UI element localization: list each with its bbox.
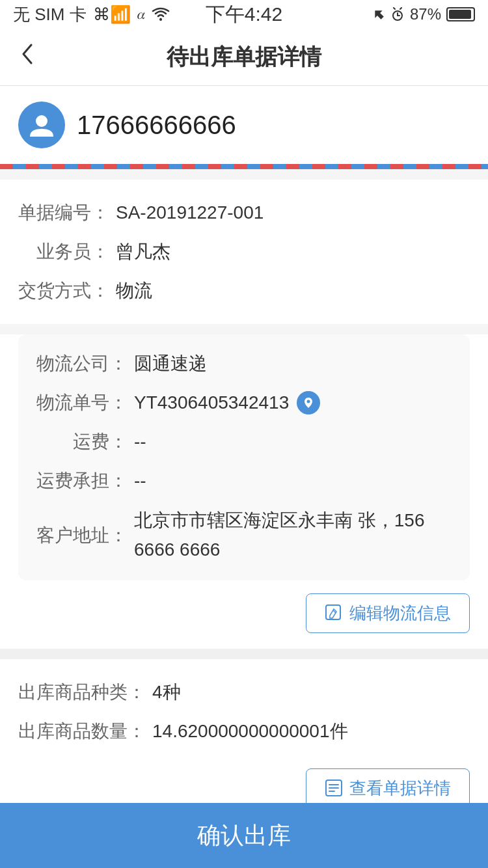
logistics-company-label: 物流公司：	[36, 350, 128, 377]
section-divider	[0, 649, 488, 659]
confirm-outbound-button[interactable]: 确认出库	[0, 803, 488, 868]
svg-line-5	[394, 8, 395, 9]
freight-bear-row: 运费承担： --	[36, 467, 452, 495]
status-bar: 无 SIM 卡 ⌘📶 𝛼 下午4:42	[0, 0, 488, 29]
alarm-icon	[390, 7, 405, 21]
edit-logistics-label: 编辑物流信息	[349, 602, 451, 625]
carrier-label: 无 SIM 卡	[13, 3, 87, 26]
freight-row: 运费： --	[36, 428, 452, 455]
sales-person-row: 业务员： 曾凡杰	[18, 238, 470, 265]
confirm-outbound-label: 确认出库	[197, 820, 291, 852]
svg-point-7	[36, 115, 47, 127]
avatar	[18, 102, 65, 148]
tracking-location-icon[interactable]	[297, 391, 320, 414]
status-time: 下午4:42	[206, 1, 282, 28]
goods-section: 出库商品种类： 4种 出库商品数量： 14.620000000000001件	[0, 659, 488, 758]
wifi-symbol: 𝛼	[137, 6, 145, 23]
view-details-button[interactable]: 查看单据详情	[306, 768, 470, 808]
wifi-icon	[152, 7, 170, 21]
goods-quantity-row: 出库商品数量： 14.620000000000001件	[18, 718, 470, 745]
goods-quantity-label: 出库商品数量：	[18, 718, 146, 745]
doc-number-value: SA-20191227-001	[116, 199, 470, 226]
edit-btn-row: 编辑物流信息	[0, 580, 488, 649]
logistics-tracking-value: YT4306405342413	[134, 389, 452, 416]
address-label: 客户地址：	[36, 522, 128, 549]
customer-phone: 17666666666	[77, 111, 236, 140]
logistics-company-row: 物流公司： 圆通速递	[36, 350, 452, 377]
sales-person-label: 业务员：	[18, 238, 109, 265]
svg-point-0	[159, 18, 162, 21]
freight-bear-label: 运费承担：	[36, 467, 128, 495]
doc-number-label: 单据编号：	[18, 199, 109, 226]
logistics-company-value: 圆通速递	[134, 350, 452, 377]
logistics-box: 物流公司： 圆通速递 物流单号： YT4306405342413 运费：	[18, 334, 470, 580]
goods-quantity-value: 14.620000000000001件	[152, 718, 470, 745]
svg-line-6	[400, 8, 401, 9]
nav-bar: 待出库单据详情	[0, 29, 488, 86]
status-right: 87%	[372, 5, 475, 23]
list-icon	[325, 779, 343, 797]
address-value: 北京市市辖区海淀区永丰南 张，156 6666 6666	[134, 506, 452, 565]
person-icon	[27, 111, 56, 139]
logistics-tracking-row: 物流单号： YT4306405342413	[36, 389, 452, 416]
edit-icon	[325, 604, 343, 622]
goods-type-row: 出库商品种类： 4种	[18, 679, 470, 706]
document-info-section: 单据编号： SA-20191227-001 业务员： 曾凡杰 交货方式： 物流	[0, 180, 488, 324]
freight-bear-value: --	[134, 467, 452, 495]
battery-percentage: 87%	[410, 5, 441, 23]
delivery-method-label: 交货方式：	[18, 277, 109, 305]
freight-label: 运费：	[36, 428, 128, 455]
wifi-icon: ⌘📶	[93, 5, 131, 25]
view-details-label: 查看单据详情	[349, 777, 451, 800]
logistics-tracking-label: 物流单号：	[36, 389, 128, 416]
customer-header: 17666666666	[0, 86, 488, 164]
doc-number-row: 单据编号： SA-20191227-001	[18, 199, 470, 226]
battery-icon	[446, 7, 475, 21]
dashed-divider	[0, 164, 488, 169]
delivery-method-row: 交货方式： 物流	[18, 277, 470, 305]
address-row: 客户地址： 北京市市辖区海淀区永丰南 张，156 6666 6666	[36, 506, 452, 565]
edit-logistics-button[interactable]: 编辑物流信息	[306, 593, 470, 633]
tracking-number-text: YT4306405342413	[134, 389, 289, 416]
freight-value: --	[134, 428, 452, 455]
page-title: 待出库单据详情	[167, 42, 321, 72]
goods-type-value: 4种	[152, 679, 470, 706]
svg-marker-1	[372, 8, 385, 21]
delivery-method-value: 物流	[116, 277, 470, 305]
sales-person-value: 曾凡杰	[116, 238, 470, 265]
goods-type-label: 出库商品种类：	[18, 679, 146, 706]
location-arrow-icon	[372, 8, 385, 21]
svg-point-8	[307, 400, 310, 403]
status-left: 无 SIM 卡 ⌘📶 𝛼	[13, 3, 170, 26]
back-button[interactable]	[18, 40, 36, 74]
